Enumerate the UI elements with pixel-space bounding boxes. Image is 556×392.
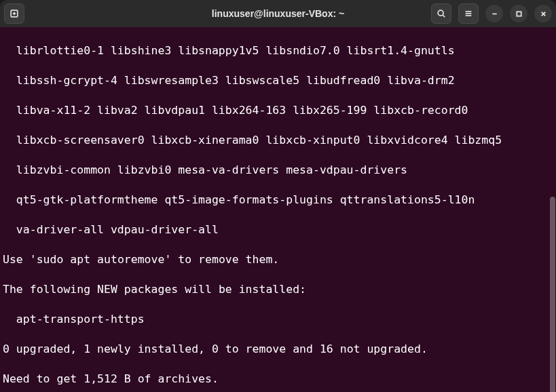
svg-line-4: [443, 15, 445, 17]
upgrade-summary: 0 upgraded, 1 newly installed, 0 to remo…: [3, 342, 553, 357]
terminal-viewport[interactable]: librlottie0-1 libshine3 libsnappy1v5 lib…: [0, 27, 556, 392]
svg-rect-9: [517, 12, 521, 16]
package-list-line: libxcb-screensaver0 libxcb-xinerama0 lib…: [3, 133, 553, 148]
new-package-name: apt-transport-https: [3, 312, 553, 327]
package-list-line: libva-x11-2 libva2 libvdpau1 libx264-163…: [3, 103, 553, 118]
svg-point-3: [438, 10, 443, 16]
maximize-button[interactable]: [510, 5, 527, 22]
package-list-line: libzvbi-common libzvbi0 mesa-va-drivers …: [3, 163, 553, 178]
download-size: Need to get 1,512 B of archives.: [3, 372, 553, 387]
search-button[interactable]: [431, 3, 451, 24]
package-list-line: librlottie0-1 libshine3 libsnappy1v5 lib…: [3, 43, 553, 58]
new-tab-button[interactable]: [4, 3, 24, 24]
new-packages-header: The following NEW packages will be insta…: [3, 282, 553, 297]
close-button[interactable]: [534, 5, 552, 22]
minimize-button[interactable]: [485, 5, 503, 22]
window-titlebar: linuxuser@linuxuser-VBox: ~: [0, 0, 556, 27]
scrollbar-thumb[interactable]: [550, 197, 555, 392]
package-list-line: va-driver-all vdpau-driver-all: [3, 222, 553, 237]
autoremove-hint: Use 'sudo apt autoremove' to remove them…: [3, 252, 553, 267]
package-list-line: qt5-gtk-platformtheme qt5-image-formats-…: [3, 193, 553, 208]
titlebar-left-controls: [4, 3, 24, 24]
hamburger-menu-button[interactable]: [458, 3, 479, 24]
window-title: linuxuser@linuxuser-VBox: ~: [212, 8, 344, 19]
package-list-line: libssh-gcrypt-4 libswresample3 libswscal…: [3, 73, 553, 88]
titlebar-right-controls: [431, 3, 552, 24]
terminal-output: librlottie0-1 libshine3 libsnappy1v5 lib…: [3, 28, 553, 392]
